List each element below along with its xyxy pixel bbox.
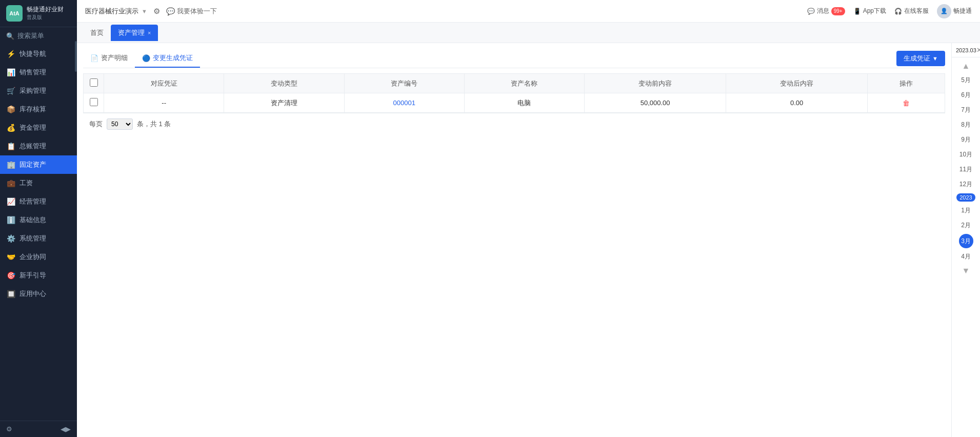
online-service-button[interactable]: 🎧 在线客服 — [894, 7, 929, 15]
enterprise-icon: 🤝 — [6, 252, 15, 262]
year-2023-badge[interactable]: 2023 — [956, 193, 975, 202]
data-table: 对应凭证 变动类型 资产编号 资产名称 — [83, 73, 945, 113]
sidebar-item-guide[interactable]: 🎯 新手引导 — [0, 266, 77, 285]
sidebar-item-quick-nav[interactable]: ⚡ 快捷导航 — [0, 45, 77, 63]
sidebar-item-fixed-assets[interactable]: 🏢 固定资产 — [0, 155, 77, 174]
change-voucher-icon: 🔵 — [142, 54, 150, 62]
per-page-select[interactable]: 10 20 50 100 — [107, 118, 133, 130]
month-10[interactable]: 10月 — [952, 147, 980, 162]
asset-management-tab[interactable]: 资产管理 × — [111, 25, 158, 41]
collapse-sidebar-icon[interactable]: ◀▶ — [61, 425, 71, 433]
month-6[interactable]: 6月 — [952, 88, 980, 103]
generate-btn-arrow-icon: ▼ — [932, 55, 938, 62]
app-logo-text: 畅捷通好业财 普及版 — [27, 6, 64, 21]
sidebar-item-payroll[interactable]: 💼 工资 — [0, 174, 77, 192]
company-selector[interactable]: 医疗器械行业演示 ▼ — [85, 7, 147, 16]
ledger-icon: 📋 — [6, 142, 15, 151]
sales-icon: 📊 — [6, 68, 15, 77]
settings-gear-icon[interactable]: ⚙ — [153, 7, 160, 16]
purchase-icon: 🛒 — [6, 86, 15, 95]
topbar-right: 💬 消息 99+ 📱 App下载 🎧 在线客服 👤 畅捷通 — [807, 4, 972, 18]
home-tab[interactable]: 首页 — [85, 28, 109, 37]
topbar: 医疗器械行业演示 ▼ ⚙ 💬 我要体验一下 💬 消息 99+ 📱 App下载 🎧… — [77, 0, 980, 23]
settings-icon[interactable]: ⚙ — [6, 425, 12, 433]
search-menu[interactable]: 🔍 搜索菜单 — [0, 27, 77, 45]
avatar-icon: 👤 — [941, 8, 948, 14]
timeline-up-arrow[interactable]: ▲ — [952, 59, 980, 73]
sidebar-item-operations[interactable]: 📈 经营管理 — [0, 192, 77, 211]
select-all-checkbox[interactable] — [90, 78, 98, 87]
date-timeline: ▲ 5月 6月 7月 8月 9月 10月 11月 12月 2023 1月 2月 … — [952, 57, 980, 280]
feedback-button[interactable]: 💬 我要体验一下 — [166, 7, 217, 16]
sidebar-item-sales[interactable]: 📊 销售管理 — [0, 63, 77, 82]
generate-voucher-button[interactable]: 生成凭证 ▼ — [896, 51, 945, 66]
tab-asset-detail[interactable]: 📄 资产明细 — [83, 49, 135, 68]
close-tab-icon[interactable]: × — [148, 30, 151, 36]
month-8[interactable]: 8月 — [952, 117, 980, 132]
user-menu[interactable]: 👤 畅捷通 — [937, 4, 972, 18]
header-change-type: 变动类型 — [224, 74, 344, 93]
month-5[interactable]: 5月 — [952, 73, 980, 88]
pagination: 每页 10 20 50 100 条，共 1 条 — [83, 113, 945, 135]
inventory-icon: 📦 — [6, 105, 15, 114]
row-select-checkbox[interactable] — [90, 98, 98, 106]
close-panel-icon[interactable]: ✕ — [976, 46, 980, 54]
row-before: 50,000.00 — [585, 93, 726, 113]
month-2023-3[interactable]: 3月 — [959, 234, 973, 248]
content-area: 📄 资产明细 🔵 变更生成凭证 生成凭证 ▼ — [77, 43, 980, 437]
app-download-button[interactable]: 📱 App下载 — [853, 7, 886, 15]
tabbar: 首页 资产管理 × — [77, 23, 980, 43]
header-checkbox-col — [84, 74, 104, 93]
table-row: -- 资产清理 000001 电脑 — [84, 93, 945, 113]
service-icon: 🎧 — [894, 8, 902, 15]
row-asset-name: 电脑 — [464, 93, 584, 113]
month-2023-1[interactable]: 1月 — [952, 203, 980, 218]
header-after: 变动后内容 — [726, 74, 868, 93]
app-center-icon: 🔲 — [6, 289, 15, 299]
right-date-panel: 2023.03 ✕ ⤢ ▲ 5月 6月 7月 8月 9月 10月 11月 12月… — [951, 43, 980, 437]
row-asset-code[interactable]: 000001 — [344, 93, 464, 113]
tab-change-voucher[interactable]: 🔵 变更生成凭证 — [135, 49, 200, 68]
sidebar-item-basic-info[interactable]: ℹ️ 基础信息 — [0, 211, 77, 229]
month-7[interactable]: 7月 — [952, 103, 980, 117]
avatar: 👤 — [937, 4, 951, 18]
search-icon: 🔍 — [6, 32, 14, 40]
sidebar-item-system[interactable]: ⚙️ 系统管理 — [0, 229, 77, 248]
header-action: 操作 — [868, 74, 945, 93]
messages-icon: 💬 — [807, 8, 815, 15]
header-voucher: 对应凭证 — [104, 74, 224, 93]
company-name: 医疗器械行业演示 — [85, 7, 138, 16]
operations-icon: 📈 — [6, 197, 15, 206]
header-before: 变动前内容 — [585, 74, 726, 93]
feedback-icon: 💬 — [166, 7, 175, 15]
download-icon: 📱 — [853, 8, 861, 15]
table-body: -- 资产清理 000001 电脑 — [84, 93, 945, 113]
month-2023-2[interactable]: 2月 — [952, 218, 980, 233]
messages-button[interactable]: 💬 消息 99+ — [807, 7, 845, 15]
row-action: 🗑 — [868, 93, 945, 113]
panel-controls: ✕ ⤢ — [976, 46, 980, 54]
table-header: 对应凭证 变动类型 资产编号 资产名称 — [84, 74, 945, 93]
sidebar-item-purchase[interactable]: 🛒 采购管理 — [0, 82, 77, 100]
row-voucher: -- — [104, 93, 224, 113]
delete-row-button[interactable]: 🗑 — [903, 99, 910, 107]
sidebar-item-funds[interactable]: 💰 资金管理 — [0, 118, 77, 137]
month-9[interactable]: 9月 — [952, 132, 980, 147]
sidebar-item-ledger[interactable]: 📋 总账管理 — [0, 137, 77, 155]
row-change-type: 资产清理 — [224, 93, 344, 113]
timeline-down-arrow[interactable]: ▼ — [952, 264, 980, 277]
sidebar-item-inventory[interactable]: 📦 库存核算 — [0, 100, 77, 118]
sidebar: AtA 畅捷通好业财 普及版 🔍 搜索菜单 ⚡ 快捷导航 📊 销售管理 🛒 采购… — [0, 0, 77, 437]
month-12[interactable]: 12月 — [952, 177, 980, 192]
funds-icon: 💰 — [6, 123, 15, 132]
month-2023-4[interactable]: 4月 — [952, 249, 980, 264]
month-11[interactable]: 11月 — [952, 162, 980, 177]
quick-nav-icon: ⚡ — [6, 49, 15, 58]
sidebar-item-enterprise[interactable]: 🤝 企业协同 — [0, 248, 77, 266]
content-main: 📄 资产明细 🔵 变更生成凭证 生成凭证 ▼ — [77, 43, 951, 437]
chevron-down-icon: ▼ — [142, 8, 147, 14]
sidebar-bottom: ⚙ ◀▶ — [0, 421, 77, 437]
sidebar-item-app-center[interactable]: 🔲 应用中心 — [0, 285, 77, 303]
inner-tab-bar: 📄 资产明细 🔵 变更生成凭证 生成凭证 ▼ — [83, 49, 945, 68]
sidebar-nav: ⚡ 快捷导航 📊 销售管理 🛒 采购管理 📦 库存核算 💰 资金管理 📋 总账管… — [0, 45, 77, 421]
